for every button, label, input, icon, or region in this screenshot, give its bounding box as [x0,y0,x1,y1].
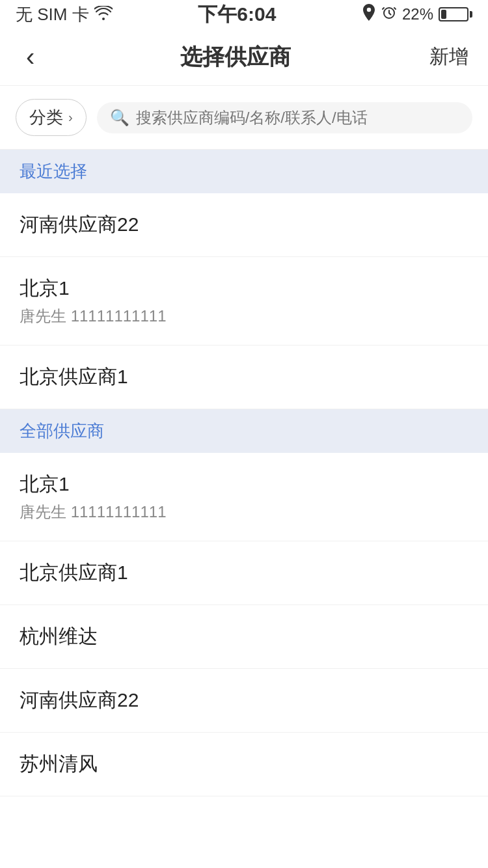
back-button[interactable]: ‹ [20,36,41,78]
item-name: 杭州维达 [20,623,468,650]
all-items-list: 北京1 唐先生 11111111111 北京供应商1 杭州维达 河南供应商22 … [0,453,488,796]
sim-status: 无 SIM 卡 [16,3,89,26]
list-item[interactable]: 苏州清风 [0,733,488,796]
add-button[interactable]: 新增 [429,44,468,70]
item-sub: 唐先生 11111111111 [20,306,468,327]
recent-items-list: 河南供应商22 北京1 唐先生 11111111111 北京供应商1 [0,193,488,409]
list-item[interactable]: 北京供应商1 [0,346,488,409]
list-item[interactable]: 北京供应商1 [0,541,488,605]
search-input[interactable] [136,109,459,127]
status-left: 无 SIM 卡 [16,3,113,26]
item-name: 北京1 [20,471,468,498]
status-bar: 无 SIM 卡 下午6:04 22% [0,0,488,29]
list-item[interactable]: 北京1 唐先生 11111111111 [0,257,488,346]
list-item[interactable]: 河南供应商22 [0,669,488,733]
category-button[interactable]: 分类 › [16,99,87,136]
alarm-icon [381,5,397,24]
filter-bar: 分类 › 🔍 [0,86,488,150]
chevron-right-icon: › [68,110,73,125]
status-time: 下午6:04 [198,1,276,28]
list-item[interactable]: 北京1 唐先生 11111111111 [0,453,488,541]
item-name: 北京供应商1 [20,560,468,586]
category-label: 分类 [29,106,63,129]
list-item[interactable]: 杭州维达 [0,605,488,669]
recent-section-label: 最近选择 [20,161,87,181]
item-name: 河南供应商22 [20,687,468,714]
search-icon: 🔍 [110,109,129,127]
all-section-header: 全部供应商 [0,409,488,453]
list-item[interactable]: 河南供应商22 [0,193,488,257]
item-name: 北京供应商1 [20,364,468,390]
location-icon [362,4,376,25]
battery-icon [439,7,472,21]
all-section-label: 全部供应商 [20,421,104,441]
search-box[interactable]: 🔍 [97,102,472,133]
battery-percent: 22% [402,5,433,23]
item-name: 苏州清风 [20,751,468,778]
nav-bar: ‹ 选择供应商 新增 [0,29,488,86]
item-name: 北京1 [20,275,468,302]
page-title: 选择供应商 [180,42,291,72]
recent-section-header: 最近选择 [0,150,488,193]
wifi-icon [94,5,113,25]
item-name: 河南供应商22 [20,211,468,238]
status-right: 22% [362,4,472,25]
item-sub: 唐先生 11111111111 [20,502,468,522]
